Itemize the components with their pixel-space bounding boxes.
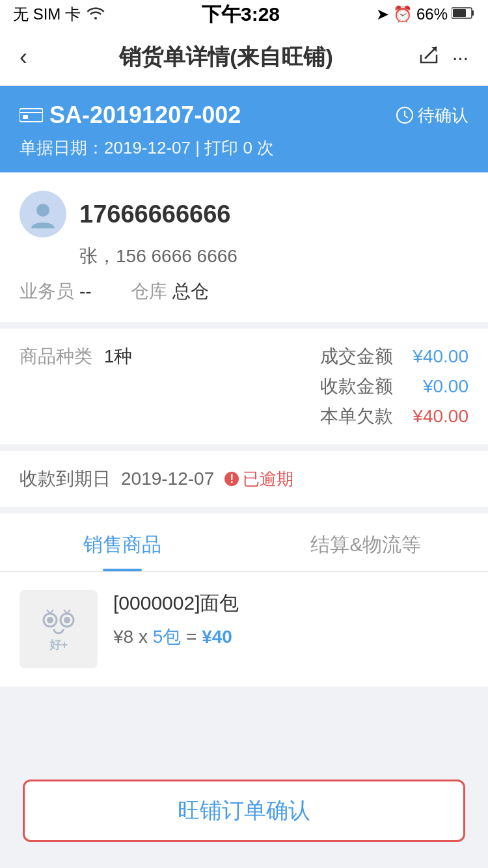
summary-left: 商品种类 1种 xyxy=(20,344,132,369)
product-item: 好+ [0000002]面包 ¥8 x 5包 = ¥40 xyxy=(0,572,488,686)
multiply-sign: x xyxy=(139,627,153,647)
tab-settlement-label: 结算&物流等 xyxy=(310,534,421,555)
status-text: 待确认 xyxy=(418,104,468,127)
tab-settlement[interactable]: 结算&物流等 xyxy=(244,513,488,571)
customer-section: 17666666666 张，156 6666 6666 业务员 -- 仓库 总仓 xyxy=(0,172,488,329)
received-amount-value: ¥0.00 xyxy=(403,376,468,397)
battery-icon xyxy=(452,5,475,23)
order-number: SA-20191207-002 xyxy=(20,102,241,129)
customer-name: 张，156 6666 6666 xyxy=(79,244,468,269)
nav-actions: ··· xyxy=(418,44,468,70)
equals-sign: = xyxy=(186,627,202,647)
location-icon: ➤ xyxy=(376,5,389,23)
confirm-button-label: 旺铺订单确认 xyxy=(178,796,310,826)
order-header-top: SA-20191207-002 待确认 xyxy=(20,102,468,129)
wifi-icon xyxy=(86,5,105,23)
salesperson-label: 业务员 xyxy=(20,279,74,304)
product-price: ¥8 xyxy=(113,627,133,647)
customer-avatar xyxy=(20,191,66,237)
tab-products[interactable]: 销售商品 xyxy=(0,513,244,571)
overdue-badge: ! 已逾期 xyxy=(224,468,293,491)
status-right: ➤ ⏰ 66% xyxy=(376,5,475,23)
customer-top: 17666666666 xyxy=(20,191,468,237)
product-total: ¥40 xyxy=(202,627,232,647)
warehouse-label: 仓库 xyxy=(131,279,167,304)
balance-due-label: 本单欠款 xyxy=(320,404,393,429)
product-qty: 5包 xyxy=(153,627,182,647)
carrier-text: 无 SIM 卡 xyxy=(13,4,81,25)
due-section: 收款到期日 2019-12-07 ! 已逾期 xyxy=(0,451,488,513)
customer-meta: 业务员 -- 仓库 总仓 xyxy=(20,279,468,304)
time-display: 下午3:28 xyxy=(202,1,280,28)
salesperson-field: 业务员 -- xyxy=(20,279,92,304)
tab-products-label: 销售商品 xyxy=(83,534,161,555)
overdue-text: 已逾期 xyxy=(243,468,293,491)
balance-due-row: 本单欠款 ¥40.00 xyxy=(320,404,468,429)
order-header: SA-20191207-002 待确认 单据日期：2019-12-07 | 打印… xyxy=(0,86,488,172)
transaction-amount-row: 成交金额 ¥40.00 xyxy=(320,344,468,369)
alarm-icon: ⏰ xyxy=(393,5,413,23)
product-logo: 好+ xyxy=(36,606,81,653)
due-date-label: 收款到期日 xyxy=(20,467,111,491)
more-icon[interactable]: ··· xyxy=(452,46,468,68)
share-icon[interactable] xyxy=(418,44,439,70)
product-thumbnail: 好+ xyxy=(20,590,98,668)
confirm-button[interactable]: 旺铺订单确认 xyxy=(23,780,465,842)
customer-phone: 17666666666 xyxy=(79,200,230,228)
svg-rect-4 xyxy=(20,109,43,122)
transaction-amount-value: ¥40.00 xyxy=(403,346,468,367)
product-info: [0000002]面包 ¥8 x 5包 = ¥40 xyxy=(113,590,468,649)
salesperson-value: -- xyxy=(79,281,92,302)
svg-line-3 xyxy=(425,47,437,59)
summary-section: 商品种类 1种 成交金额 ¥40.00 收款金额 ¥0.00 本单欠款 ¥40.… xyxy=(0,329,488,451)
summary-right: 成交金额 ¥40.00 收款金额 ¥0.00 本单欠款 ¥40.00 xyxy=(320,344,468,429)
received-amount-row: 收款金额 ¥0.00 xyxy=(320,374,468,399)
svg-line-9 xyxy=(405,116,408,118)
svg-rect-6 xyxy=(23,115,28,119)
svg-point-10 xyxy=(36,204,49,217)
page-title: 销货单详情(来自旺铺) xyxy=(34,42,418,72)
confirm-btn-container: 旺铺订单确认 xyxy=(23,780,465,842)
balance-due-value: ¥40.00 xyxy=(403,406,468,427)
product-price-row: ¥8 x 5包 = ¥40 xyxy=(113,625,468,649)
svg-rect-1 xyxy=(472,10,474,16)
status-bar: 无 SIM 卡 下午3:28 ➤ ⏰ 66% xyxy=(0,0,488,29)
product-list: 好+ [0000002]面包 ¥8 x 5包 = ¥40 xyxy=(0,572,488,693)
status-left: 无 SIM 卡 xyxy=(13,4,105,25)
transaction-amount-label: 成交金额 xyxy=(320,344,393,369)
warehouse-value: 总仓 xyxy=(172,279,209,304)
product-name: [0000002]面包 xyxy=(113,590,468,617)
tabs-row: 销售商品 结算&物流等 xyxy=(0,513,488,571)
overdue-dot-icon: ! xyxy=(224,472,239,486)
product-types-value: 1种 xyxy=(104,346,133,366)
svg-rect-2 xyxy=(453,9,466,17)
warehouse-field: 仓库 总仓 xyxy=(131,279,209,304)
tabs-section: 销售商品 结算&物流等 xyxy=(0,513,488,572)
svg-point-14 xyxy=(64,617,70,623)
order-status: 待确认 xyxy=(396,104,468,127)
back-button[interactable]: ‹ xyxy=(13,37,34,77)
battery-text: 66% xyxy=(416,5,448,23)
order-date: 单据日期：2019-12-07 | 打印 0 次 xyxy=(20,137,468,159)
svg-point-13 xyxy=(47,617,53,623)
nav-bar: ‹ 销货单详情(来自旺铺) ··· xyxy=(0,29,488,86)
product-types-label: 商品种类 xyxy=(20,346,92,366)
received-amount-label: 收款金额 xyxy=(320,374,393,399)
due-date-value: 2019-12-07 xyxy=(121,468,214,489)
